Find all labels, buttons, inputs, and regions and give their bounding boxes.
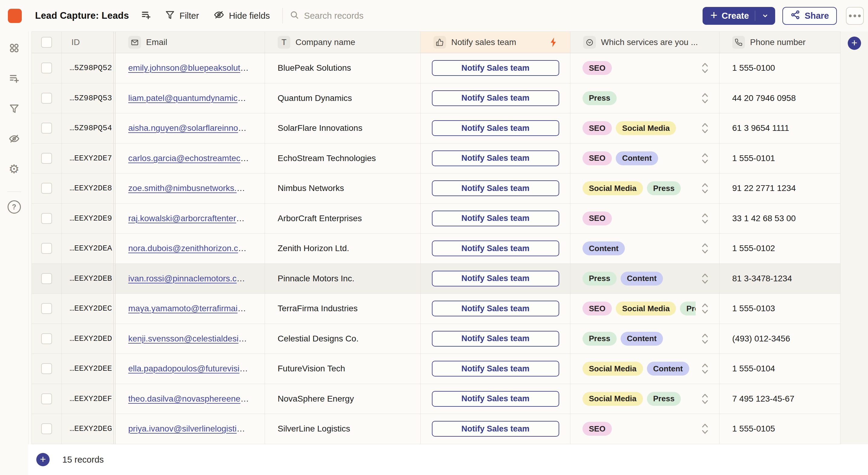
create-dropdown-button[interactable]	[755, 12, 775, 20]
row-checkbox[interactable]	[41, 394, 52, 404]
expand-record-icon[interactable]	[701, 362, 709, 375]
phone-cell[interactable]: 1 555-0102	[719, 234, 840, 264]
phone-cell[interactable]: 61 3 9654 1111	[719, 113, 840, 143]
email-link[interactable]: priya.ivanov@silverlinelogisti	[128, 424, 237, 433]
settings-gear-icon[interactable]: ⚙	[8, 163, 20, 175]
email-link[interactable]: aisha.nguyen@solarflareinno	[128, 123, 238, 133]
id-cell[interactable]: …5Z98PQ53	[62, 83, 114, 113]
more-options-button[interactable]	[846, 7, 864, 25]
row-checkbox[interactable]	[41, 153, 52, 164]
row-checkbox[interactable]	[41, 423, 52, 434]
phone-cell[interactable]: 1 555-0103	[719, 294, 840, 324]
email-cell[interactable]: raj.kowalski@arborcraftenter…	[116, 204, 265, 234]
services-cell[interactable]: Content	[570, 234, 719, 264]
email-cell[interactable]: liam.patel@quantumdynamic…	[116, 83, 265, 113]
company-cell[interactable]: Celestial Designs Co.	[265, 324, 421, 354]
id-cell[interactable]: …EEXY2DEA	[62, 234, 114, 264]
company-cell[interactable]: Quantum Dynamics	[265, 83, 421, 113]
hide-fields-eye-icon[interactable]	[8, 133, 20, 144]
column-header-email[interactable]: Email	[116, 32, 265, 53]
notify-sales-button[interactable]: Notify Sales team	[432, 361, 559, 376]
expand-record-icon[interactable]	[701, 61, 709, 75]
row-checkbox[interactable]	[41, 93, 52, 104]
column-header-phone[interactable]: Phone number	[719, 32, 840, 53]
email-cell[interactable]: zoe.smith@nimbusnetworks.…	[116, 173, 265, 203]
email-cell[interactable]: maya.yamamoto@terrafirmai…	[116, 294, 265, 324]
row-checkbox[interactable]	[41, 333, 52, 344]
company-cell[interactable]: FutureVision Tech	[265, 354, 421, 384]
notify-sales-button[interactable]: Notify Sales team	[432, 150, 559, 166]
email-link[interactable]: ella.papadopoulos@futurevisi	[128, 364, 240, 373]
services-cell[interactable]: PressContent	[570, 264, 719, 294]
select-all-checkbox[interactable]	[41, 37, 52, 48]
company-cell[interactable]: EchoStream Technologies	[265, 143, 421, 173]
phone-cell[interactable]: (493) 012-3456	[719, 324, 840, 354]
email-link[interactable]: kenji.svensson@celestialdesi	[128, 334, 239, 343]
add-field-button[interactable]: +	[848, 37, 861, 50]
expand-record-icon[interactable]	[701, 181, 709, 195]
email-cell[interactable]: emily.johnson@bluepeaksolut…	[116, 53, 265, 83]
company-cell[interactable]: Zenith Horizon Ltd.	[265, 234, 421, 264]
expand-record-icon[interactable]	[701, 392, 709, 406]
id-cell[interactable]: …EEXY2DE9	[62, 204, 114, 234]
services-cell[interactable]: Social MediaPress	[570, 384, 719, 414]
email-link[interactable]: emily.johnson@bluepeaksolut	[128, 63, 240, 72]
hide-fields-button[interactable]: Hide fields	[214, 9, 270, 22]
expand-record-icon[interactable]	[701, 242, 709, 255]
email-cell[interactable]: nora.dubois@zenithhorizon.c…	[116, 234, 265, 264]
row-checkbox[interactable]	[41, 63, 52, 73]
phone-cell[interactable]: 1 555-0100	[719, 53, 840, 83]
notify-sales-button[interactable]: Notify Sales team	[432, 240, 559, 256]
row-checkbox[interactable]	[41, 303, 52, 314]
phone-cell[interactable]: 44 20 7946 0958	[719, 83, 840, 113]
notify-sales-button[interactable]: Notify Sales team	[432, 301, 559, 316]
phone-cell[interactable]: 7 495 123-45-67	[719, 384, 840, 414]
column-header-services[interactable]: Which services are you ...	[570, 32, 719, 53]
email-link[interactable]: raj.kowalski@arborcraftenter	[128, 214, 236, 223]
notify-sales-button[interactable]: Notify Sales team	[432, 271, 559, 286]
company-cell[interactable]: BluePeak Solutions	[265, 53, 421, 83]
create-button[interactable]: + Create	[703, 7, 775, 25]
filter-button[interactable]: Filter	[165, 10, 199, 22]
company-cell[interactable]: TerraFirma Industries	[265, 294, 421, 324]
email-link[interactable]: nora.dubois@zenithhorizon.c	[128, 243, 238, 253]
phone-cell[interactable]: 1 555-0105	[719, 414, 840, 444]
services-cell[interactable]: SEO	[570, 204, 719, 234]
services-cell[interactable]: SEO	[570, 53, 719, 83]
notify-sales-button[interactable]: Notify Sales team	[432, 120, 559, 136]
services-cell[interactable]: SEOSocial Media	[570, 113, 719, 143]
row-checkbox[interactable]	[41, 363, 52, 374]
services-cell[interactable]: Social MediaContent	[570, 354, 719, 384]
phone-cell[interactable]: 81 3-3478-1234	[719, 264, 840, 294]
email-cell[interactable]: priya.ivanov@silverlinelogisti…	[116, 414, 265, 444]
notify-sales-button[interactable]: Notify Sales team	[432, 180, 559, 196]
company-cell[interactable]: ArborCraft Enterprises	[265, 204, 421, 234]
column-header-company[interactable]: T Company name	[265, 32, 421, 53]
email-cell[interactable]: kenji.svensson@celestialdesi…	[116, 324, 265, 354]
email-link[interactable]: zoe.smith@nimbusnetworks.	[128, 183, 237, 193]
phone-cell[interactable]: 33 1 42 68 53 00	[719, 204, 840, 234]
company-cell[interactable]: SilverLine Logistics	[265, 414, 421, 444]
add-record-button[interactable]: +	[36, 453, 50, 466]
phone-cell[interactable]: 91 22 2771 1234	[719, 173, 840, 203]
id-cell[interactable]: …EEXY2DEF	[62, 384, 114, 414]
notify-sales-button[interactable]: Notify Sales team	[432, 421, 559, 437]
share-button[interactable]: Share	[782, 7, 837, 25]
notify-sales-button[interactable]: Notify Sales team	[432, 211, 559, 226]
services-cell[interactable]: PressContent	[570, 324, 719, 354]
id-cell[interactable]: …EEXY2DE7	[62, 143, 114, 173]
apps-icon[interactable]	[8, 42, 20, 54]
services-cell[interactable]: SEOSocial MediaPress	[570, 294, 719, 324]
email-cell[interactable]: aisha.nguyen@solarflareinno…	[116, 113, 265, 143]
email-cell[interactable]: ella.papadopoulos@futurevisi…	[116, 354, 265, 384]
id-cell[interactable]: …EEXY2DEB	[62, 264, 114, 294]
phone-cell[interactable]: 1 555-0101	[719, 143, 840, 173]
help-icon[interactable]: ?	[7, 200, 21, 214]
app-logo[interactable]	[8, 9, 22, 23]
notify-sales-button[interactable]: Notify Sales team	[432, 60, 559, 76]
expand-record-icon[interactable]	[701, 272, 709, 285]
email-link[interactable]: liam.patel@quantumdynamic	[128, 93, 238, 103]
email-link[interactable]: maya.yamamoto@terrafirmai	[128, 304, 238, 313]
column-header-notify[interactable]: Notify sales team	[421, 32, 570, 53]
notify-sales-button[interactable]: Notify Sales team	[432, 391, 559, 407]
